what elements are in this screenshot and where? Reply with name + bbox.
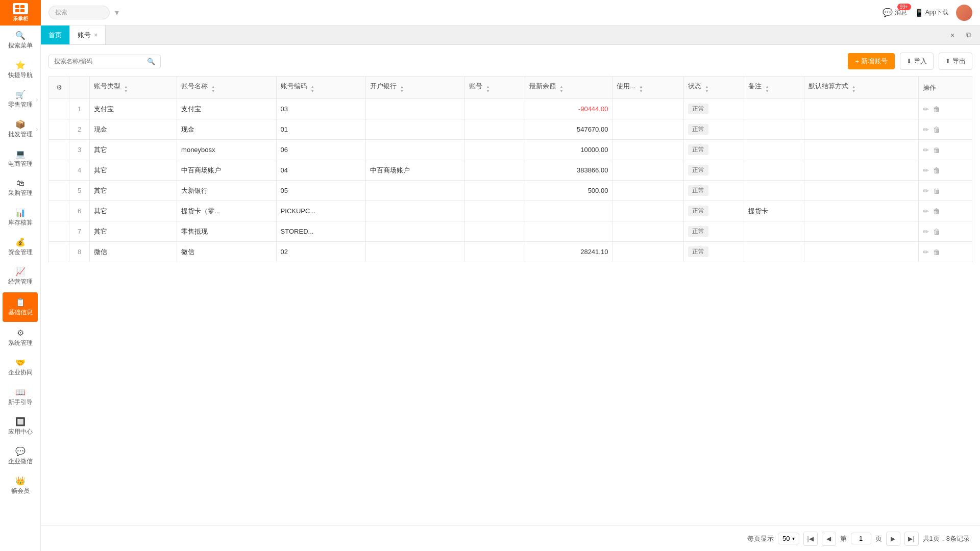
- wechat-nav-icon: 💬: [3, 446, 38, 456]
- sidebar-item-search-label: 搜索菜单: [8, 42, 33, 49]
- edit-icon[interactable]: ✏: [923, 166, 929, 174]
- wholesale-arrow-icon: ›: [36, 127, 38, 132]
- row-settlement: [804, 140, 919, 160]
- row-code: 06: [276, 140, 365, 160]
- page-input[interactable]: [851, 533, 871, 544]
- delete-icon[interactable]: 🗑: [933, 146, 940, 154]
- row-index: 5: [69, 181, 90, 201]
- content-area: 🔍 + 新增账号 ⬇ 导入 ⬆ 导出 ⚙: [41, 45, 980, 525]
- app-download-button[interactable]: 📱 App下载: [915, 8, 948, 17]
- sidebar-item-finance[interactable]: 💰 资金管理: [0, 232, 40, 262]
- th-account[interactable]: 账号 ▲▼: [465, 77, 525, 99]
- row-balance: 10000.00: [525, 140, 612, 160]
- sidebar-item-member[interactable]: 👑 畅会员: [0, 471, 40, 500]
- edit-icon[interactable]: ✏: [923, 207, 929, 215]
- messages-button[interactable]: 💬 消息 99+: [883, 8, 907, 17]
- sidebar-item-enterprise[interactable]: 🤝 企业协同: [0, 353, 40, 382]
- delete-icon[interactable]: 🗑: [933, 126, 940, 134]
- row-settlement: [804, 201, 919, 221]
- top-search-box[interactable]: 搜索: [48, 6, 110, 19]
- sidebar-item-ecommerce[interactable]: 💻 电商管理: [0, 144, 40, 173]
- sidebar-item-wholesale[interactable]: 📦 批发管理 ›: [0, 114, 40, 144]
- search-icon: 🔍: [147, 58, 155, 65]
- tab-accounts[interactable]: 账号 ×: [70, 26, 106, 44]
- row-index: 3: [69, 140, 90, 160]
- status-badge: 正常: [688, 185, 708, 196]
- row-name: 现金: [177, 119, 277, 140]
- edit-icon[interactable]: ✏: [923, 146, 929, 154]
- sidebar-item-finance-label: 资金管理: [8, 248, 33, 256]
- th-type[interactable]: 账号类型 ▲▼: [90, 77, 177, 99]
- th-name[interactable]: 账号名称 ▲▼: [177, 77, 277, 99]
- last-page-button[interactable]: ▶|: [904, 532, 919, 546]
- first-page-button[interactable]: |◀: [803, 532, 818, 546]
- tab-close-action[interactable]: ×: [946, 29, 959, 41]
- row-balance: [525, 221, 612, 242]
- sidebar-item-guide[interactable]: 📖 新手引导: [0, 382, 40, 412]
- th-account-label: 账号: [469, 82, 482, 90]
- sidebar-item-system[interactable]: ⚙ 系统管理: [0, 323, 40, 353]
- row-status: 正常: [684, 99, 744, 119]
- row-bank: [365, 119, 465, 140]
- tab-bar: 首页 账号 × × ⧉: [41, 26, 980, 45]
- delete-icon[interactable]: 🗑: [933, 105, 940, 113]
- row-status: 正常: [684, 201, 744, 221]
- header-dropdown-icon[interactable]: ▾: [115, 8, 119, 17]
- tab-home[interactable]: 首页: [41, 26, 70, 44]
- row-actions: ✏ 🗑: [919, 201, 972, 221]
- row-code: 01: [276, 119, 365, 140]
- toolbar: 🔍 + 新增账号 ⬇ 导入 ⬆ 导出: [48, 53, 972, 70]
- th-bank-label: 开户银行: [370, 82, 397, 90]
- row-index: 4: [69, 160, 90, 181]
- edit-icon[interactable]: ✏: [923, 126, 929, 134]
- edit-icon[interactable]: ✏: [923, 228, 929, 236]
- row-actions: ✏ 🗑: [919, 140, 972, 160]
- sidebar-item-purchase[interactable]: 🛍 采购管理: [0, 173, 40, 203]
- sidebar-item-shortcut[interactable]: ⭐ 快捷导航: [0, 55, 40, 85]
- delete-icon[interactable]: 🗑: [933, 228, 940, 236]
- accounts-tab-close[interactable]: ×: [94, 32, 97, 38]
- edit-icon[interactable]: ✏: [923, 105, 929, 113]
- add-account-button[interactable]: + 新增账号: [848, 53, 895, 69]
- export-button[interactable]: ⬆ 导出: [939, 53, 972, 70]
- search-input[interactable]: [54, 58, 144, 65]
- sidebar-item-inventory[interactable]: 📊 库存核算: [0, 203, 40, 232]
- row-bank: [365, 99, 465, 119]
- delete-icon[interactable]: 🗑: [933, 187, 940, 195]
- th-remark[interactable]: 备注 ▲▼: [744, 77, 804, 99]
- th-default-settlement[interactable]: 默认结算方式 ▲▼: [804, 77, 919, 99]
- search-box[interactable]: 🔍: [48, 55, 161, 68]
- row-status: 正常: [684, 119, 744, 140]
- sidebar-item-wechat[interactable]: 💬 企业微信: [0, 441, 40, 471]
- sidebar-item-basic[interactable]: 📋 基础信息: [3, 292, 38, 322]
- sidebar-item-search[interactable]: 🔍 搜索菜单: [0, 26, 40, 55]
- edit-icon[interactable]: ✏: [923, 187, 929, 195]
- delete-icon[interactable]: 🗑: [933, 248, 940, 256]
- th-gear[interactable]: ⚙: [49, 77, 69, 99]
- row-settlement: [804, 99, 919, 119]
- sidebar-item-retail[interactable]: 🛒 零售管理 ›: [0, 85, 40, 114]
- row-settlement: [804, 181, 919, 201]
- user-avatar[interactable]: [956, 5, 972, 21]
- row-index: 6: [69, 201, 90, 221]
- th-balance[interactable]: 最新余额 ▲▼: [525, 77, 612, 99]
- page-size-select[interactable]: 50 ▾: [778, 533, 799, 544]
- row-balance: 28241.10: [525, 242, 612, 262]
- table-row: 6 其它 提货卡（零... PICKUPC... 正常 提货卡 ✏ 🗑: [49, 201, 972, 221]
- toolbar-buttons: + 新增账号 ⬇ 导入 ⬆ 导出: [848, 53, 972, 70]
- delete-icon[interactable]: 🗑: [933, 166, 940, 174]
- th-usage[interactable]: 使用... ▲▼: [612, 77, 684, 99]
- th-bank[interactable]: 开户银行 ▲▼: [365, 77, 465, 99]
- search-nav-icon: 🔍: [3, 31, 38, 40]
- th-status[interactable]: 状态 ▲▼: [684, 77, 744, 99]
- import-button[interactable]: ⬇ 导入: [900, 53, 934, 70]
- next-page-button[interactable]: ▶: [886, 532, 900, 546]
- sidebar-item-operations[interactable]: 📈 经营管理: [0, 262, 40, 291]
- delete-icon[interactable]: 🗑: [933, 207, 940, 215]
- tab-restore-action[interactable]: ⧉: [963, 29, 975, 41]
- edit-icon[interactable]: ✏: [923, 248, 929, 256]
- sort-settlement-icon: ▲▼: [852, 85, 856, 93]
- th-code[interactable]: 账号编码 ▲▼: [276, 77, 365, 99]
- prev-page-button[interactable]: ◀: [822, 532, 836, 546]
- sidebar-item-app-center[interactable]: 🔲 应用中心: [0, 412, 40, 441]
